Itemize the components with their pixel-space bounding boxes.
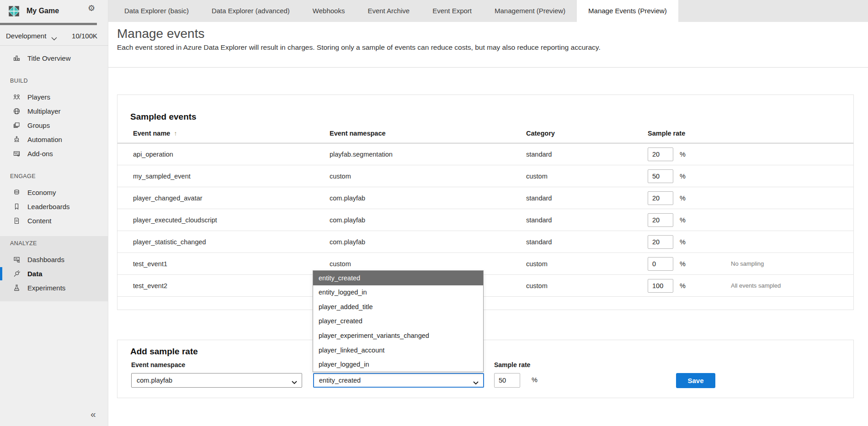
gear-icon[interactable]: ⚙ <box>88 4 95 12</box>
column-header-sample-rate[interactable]: Sample rate <box>648 130 853 137</box>
environment-selector[interactable]: Development <box>6 32 46 40</box>
robot-icon <box>13 136 21 143</box>
section-label: ENGAGE <box>0 170 108 183</box>
row-sample-rate-input[interactable] <box>648 279 673 293</box>
event-name-select-value: entity_created <box>319 377 361 384</box>
sidebar-item-dashboards[interactable]: Dashboards <box>0 252 108 267</box>
dropdown-option[interactable]: entity_logged_in <box>313 285 483 300</box>
row-sample-rate-input[interactable] <box>648 213 673 227</box>
namespace-select-value: com.playfab <box>137 377 172 384</box>
percent-sign: % <box>680 238 686 246</box>
chevron-down-icon <box>473 379 479 386</box>
addons-icon <box>13 150 21 158</box>
sampled-events-card: Sampled events Event name↑ Event namespa… <box>117 95 854 310</box>
tab-data-explorer-basic-[interactable]: Data Explorer (basic) <box>113 0 200 22</box>
dropdown-option[interactable]: player_logged_in <box>313 357 483 372</box>
sidebar-item-leaderboards[interactable]: Leaderboards <box>0 200 108 214</box>
column-header-category[interactable]: Category <box>526 130 648 137</box>
sidebar-item-automation[interactable]: Automation <box>0 132 108 147</box>
sidebar-item-label: Players <box>27 93 50 101</box>
category-cell: standard <box>526 216 648 224</box>
dropdown-option[interactable]: player_created <box>313 314 483 329</box>
sample-rate-cell: % <box>648 147 853 161</box>
event-namespace-cell: com.playfab <box>330 238 526 246</box>
sample-rate-cell: % <box>648 169 853 183</box>
sidebar-item-label: Data <box>27 270 43 278</box>
section-label: BUILD <box>0 74 108 87</box>
sidebar-nav: Title OverviewBUILDPlayersMultiplayerGro… <box>0 51 108 301</box>
dropdown-option[interactable]: entity_created <box>313 271 483 285</box>
sample-rate-input[interactable] <box>494 373 520 388</box>
event-namespace-cell: custom <box>330 173 526 180</box>
category-cell: custom <box>526 260 648 268</box>
players-icon <box>13 93 21 101</box>
sidebar: My Game ⚙ Development 10/100K Title Over… <box>0 0 108 426</box>
sidebar-drag-handle[interactable] <box>0 23 97 25</box>
sidebar-item-groups[interactable]: Groups <box>0 118 108 132</box>
tab-data-explorer-advanced-[interactable]: Data Explorer (advanced) <box>200 0 301 22</box>
dropdown-option[interactable]: player_experiment_variants_changed <box>313 328 483 343</box>
tab-webhooks[interactable]: Webhooks <box>301 0 357 22</box>
row-sample-rate-input[interactable] <box>648 235 673 249</box>
sidebar-item-title-overview[interactable]: Title Overview <box>0 51 108 65</box>
dropdown-option[interactable]: player_added_title <box>313 300 483 314</box>
sample-rate-cell: % <box>648 235 853 249</box>
sample-rate-cell: %All events sampled <box>648 279 853 293</box>
event-namespace-cell: custom <box>330 260 526 268</box>
section-label: ANALYZE <box>0 237 108 250</box>
sidebar-item-experiments[interactable]: Experiments <box>0 281 108 295</box>
row-sample-rate-input[interactable] <box>648 191 673 205</box>
namespace-select[interactable]: com.playfab <box>131 373 302 388</box>
percent-sign: % <box>680 282 686 289</box>
category-cell: standard <box>526 195 648 202</box>
row-sample-rate-input[interactable] <box>648 147 673 161</box>
sidebar-item-players[interactable]: Players <box>0 90 108 104</box>
sidebar-item-content[interactable]: Content <box>0 214 108 228</box>
sidebar-item-label: Groups <box>27 121 50 129</box>
sampled-events-heading: Sampled events <box>130 112 197 122</box>
table-row: test_event2custom%All events sampled <box>117 275 853 297</box>
sidebar-item-label: Automation <box>27 136 62 143</box>
column-header-event-namespace[interactable]: Event namespace <box>330 130 526 137</box>
tab-manage-events-preview-[interactable]: Manage Events (Preview) <box>577 0 678 22</box>
sort-ascending-icon[interactable]: ↑ <box>174 130 177 137</box>
sidebar-item-data[interactable]: Data <box>0 267 108 281</box>
sidebar-item-label: Experiments <box>27 284 65 292</box>
save-button[interactable]: Save <box>676 373 715 388</box>
sample-rate-cell: % <box>648 213 853 227</box>
tab-event-archive[interactable]: Event Archive <box>356 0 421 22</box>
event-name-dropdown-list: entity_createdentity_logged_inplayer_add… <box>313 270 484 372</box>
dropdown-option[interactable]: player_linked_account <box>313 343 483 358</box>
app-title: My Game <box>27 7 59 15</box>
column-header-event-name[interactable]: Event name↑ <box>133 130 330 137</box>
percent-sign: % <box>532 376 538 384</box>
sidebar-item-economy[interactable]: Economy <box>0 185 108 200</box>
sample-rate-cell: %No sampling <box>648 257 853 271</box>
event-name-cell: test_event1 <box>133 260 330 268</box>
row-sample-rate-input[interactable] <box>648 257 673 271</box>
percent-sign: % <box>680 195 686 202</box>
bar-chart-icon <box>13 54 21 62</box>
add-sample-rate-card: Add sample rate Event namespace Sample r… <box>117 340 854 398</box>
sampling-note: No sampling <box>731 260 764 267</box>
event-name-cell: my_sampled_event <box>133 173 330 180</box>
tab-event-export[interactable]: Event Export <box>421 0 483 22</box>
collapse-sidebar-icon[interactable]: « <box>91 409 96 420</box>
table-row: api_operationplayfab.segmentationstandar… <box>117 143 853 165</box>
table-header-row: Event name↑ Event namespace Category Sam… <box>117 123 853 143</box>
coins-icon <box>13 189 21 196</box>
page-description: Each event stored in Azure Data Explorer… <box>117 43 854 52</box>
table-row: my_sampled_eventcustomcustom% <box>117 165 853 187</box>
tab-bar: Data Explorer (basic)Data Explorer (adva… <box>108 0 868 22</box>
globe-icon <box>13 107 21 115</box>
event-name-select[interactable]: entity_created <box>313 373 484 388</box>
percent-sign: % <box>680 173 686 180</box>
add-sample-rate-heading: Add sample rate <box>130 347 198 357</box>
dashboard-icon <box>13 256 21 263</box>
sidebar-item-add-ons[interactable]: Add-ons <box>0 147 108 161</box>
row-sample-rate-input[interactable] <box>648 169 673 183</box>
sidebar-item-multiplayer[interactable]: Multiplayer <box>0 104 108 118</box>
chevron-down-icon[interactable] <box>51 34 57 42</box>
table-row: player_changed_avatarcom.playfabstandard… <box>117 187 853 209</box>
tab-management-preview-[interactable]: Management (Preview) <box>483 0 577 22</box>
